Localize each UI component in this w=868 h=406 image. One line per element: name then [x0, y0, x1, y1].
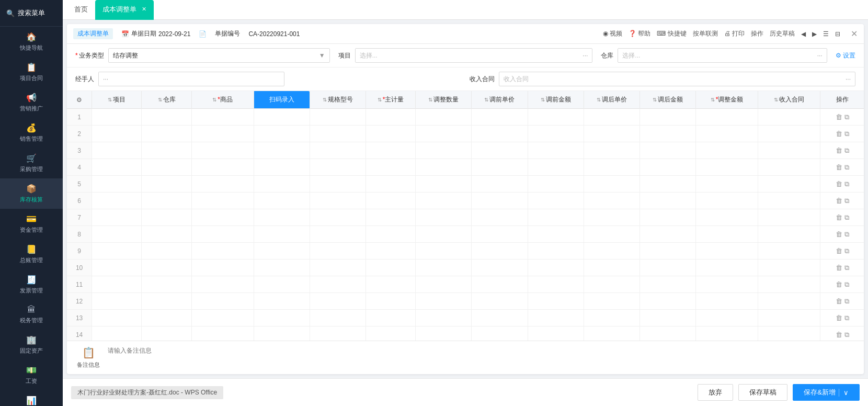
cell-after-amount[interactable] — [639, 126, 695, 142]
cell-before-price[interactable] — [472, 293, 528, 310]
cell-scan[interactable] — [254, 226, 310, 243]
cell-before-price[interactable] — [472, 276, 528, 293]
sidebar-search[interactable]: 🔍 搜索菜单 — [0, 5, 63, 21]
cell-warehouse[interactable] — [142, 159, 191, 176]
cell-after-amount[interactable] — [639, 142, 695, 159]
cell-income-contract[interactable] — [758, 310, 820, 326]
project-dots[interactable]: ··· — [583, 52, 588, 59]
copy-row-icon[interactable]: ⧉ — [844, 247, 849, 255]
action-history[interactable]: 历史草稿 — [770, 29, 795, 38]
cell-scan[interactable] — [254, 109, 310, 126]
cell-after-price[interactable] — [584, 142, 639, 159]
cell-unit[interactable] — [366, 193, 416, 209]
cell-before-amount[interactable] — [528, 193, 584, 209]
cell-adjust-amount[interactable] — [696, 209, 758, 226]
cell-spec[interactable] — [310, 109, 366, 126]
cell-before-price[interactable] — [472, 126, 528, 142]
delete-row-icon[interactable]: 🗑 — [836, 314, 842, 322]
cell-income-contract[interactable] — [758, 209, 820, 226]
cell-before-amount[interactable] — [528, 260, 584, 276]
th-settings[interactable]: ⚙ — [67, 91, 92, 109]
cell-scan[interactable] — [254, 159, 310, 176]
delete-row-icon[interactable]: 🗑 — [836, 280, 842, 288]
nav-next-icon[interactable]: ▶ — [812, 30, 817, 38]
cell-before-price[interactable] — [472, 159, 528, 176]
cell-after-amount[interactable] — [639, 276, 695, 293]
cell-adjust-amount[interactable] — [696, 276, 758, 293]
copy-row-icon[interactable]: ⧉ — [844, 331, 849, 339]
cell-project[interactable] — [92, 159, 142, 176]
cell-after-price[interactable] — [584, 226, 639, 243]
copy-row-icon[interactable]: ⧉ — [844, 197, 849, 205]
cell-project[interactable] — [92, 193, 142, 209]
cell-project[interactable] — [92, 276, 142, 293]
cell-adjust-amount[interactable] — [696, 126, 758, 142]
cell-before-amount[interactable] — [528, 159, 584, 176]
cell-after-price[interactable] — [584, 326, 639, 341]
cell-adjust-qty[interactable] — [416, 142, 472, 159]
cell-adjust-qty[interactable] — [416, 293, 472, 310]
cell-before-price[interactable] — [472, 176, 528, 193]
action-print[interactable]: 🖨 打印 — [724, 29, 745, 38]
cell-warehouse[interactable] — [142, 209, 191, 226]
cell-product[interactable] — [191, 193, 254, 209]
business-type-select[interactable]: 结存调整 ▼ — [108, 48, 330, 63]
cell-product[interactable] — [191, 326, 254, 341]
cell-before-amount[interactable] — [528, 276, 584, 293]
cell-warehouse[interactable] — [142, 193, 191, 209]
cell-after-price[interactable] — [584, 176, 639, 193]
copy-row-icon[interactable]: ⧉ — [844, 163, 849, 172]
handler-select[interactable]: ··· — [98, 72, 284, 86]
action-help[interactable]: ❓ 帮助 — [629, 29, 650, 38]
save-new-arrow-icon[interactable]: ∨ — [839, 389, 849, 397]
cell-spec[interactable] — [310, 310, 366, 326]
cell-before-price[interactable] — [472, 243, 528, 260]
income-contract-dots[interactable]: ··· — [846, 75, 851, 83]
cell-after-amount[interactable] — [639, 109, 695, 126]
sidebar-item-sales-mgmt[interactable]: 💰 销售管理 — [0, 118, 63, 148]
warehouse-dots[interactable]: ··· — [817, 52, 823, 59]
cell-warehouse[interactable] — [142, 260, 191, 276]
copy-row-icon[interactable]: ⧉ — [844, 264, 849, 272]
cell-warehouse[interactable] — [142, 142, 191, 159]
copy-row-icon[interactable]: ⧉ — [844, 314, 849, 322]
copy-row-icon[interactable]: ⧉ — [844, 297, 849, 306]
cell-before-amount[interactable] — [528, 142, 584, 159]
nav-prev-icon[interactable]: ◀ — [801, 30, 806, 38]
cell-spec[interactable] — [310, 293, 366, 310]
cell-after-amount[interactable] — [639, 193, 695, 209]
copy-row-icon[interactable]: ⧉ — [844, 213, 849, 222]
cell-unit[interactable] — [366, 142, 416, 159]
cell-unit[interactable] — [366, 176, 416, 193]
cell-before-amount[interactable] — [528, 293, 584, 310]
cell-before-price[interactable] — [472, 326, 528, 341]
cell-scan[interactable] — [254, 326, 310, 341]
cell-warehouse[interactable] — [142, 243, 191, 260]
cell-after-amount[interactable] — [639, 176, 695, 193]
cell-adjust-qty[interactable] — [416, 193, 472, 209]
cell-unit[interactable] — [366, 159, 416, 176]
cell-unit[interactable] — [366, 126, 416, 142]
cell-income-contract[interactable] — [758, 193, 820, 209]
cell-after-price[interactable] — [584, 293, 639, 310]
cell-after-price[interactable] — [584, 159, 639, 176]
cell-after-price[interactable] — [584, 260, 639, 276]
delete-row-icon[interactable]: 🗑 — [836, 113, 842, 121]
copy-row-icon[interactable]: ⧉ — [844, 130, 849, 138]
settings-button[interactable]: ⚙ 设置 — [836, 51, 855, 60]
delete-row-icon[interactable]: 🗑 — [836, 146, 842, 154]
cell-before-amount[interactable] — [528, 209, 584, 226]
cell-spec[interactable] — [310, 326, 366, 341]
cell-product[interactable] — [191, 159, 254, 176]
cell-scan[interactable] — [254, 193, 310, 209]
copy-row-icon[interactable]: ⧉ — [844, 280, 849, 289]
cell-before-price[interactable] — [472, 226, 528, 243]
cell-adjust-qty[interactable] — [416, 109, 472, 126]
sidebar-item-sales-promotion[interactable]: 📢 营销推广 — [0, 87, 63, 118]
handler-dots[interactable]: ··· — [103, 75, 108, 83]
cell-scan[interactable] — [254, 293, 310, 310]
cell-adjust-amount[interactable] — [696, 142, 758, 159]
cell-after-amount[interactable] — [639, 159, 695, 176]
cell-income-contract[interactable] — [758, 176, 820, 193]
save-draft-button[interactable]: 保存草稿 — [738, 384, 787, 401]
